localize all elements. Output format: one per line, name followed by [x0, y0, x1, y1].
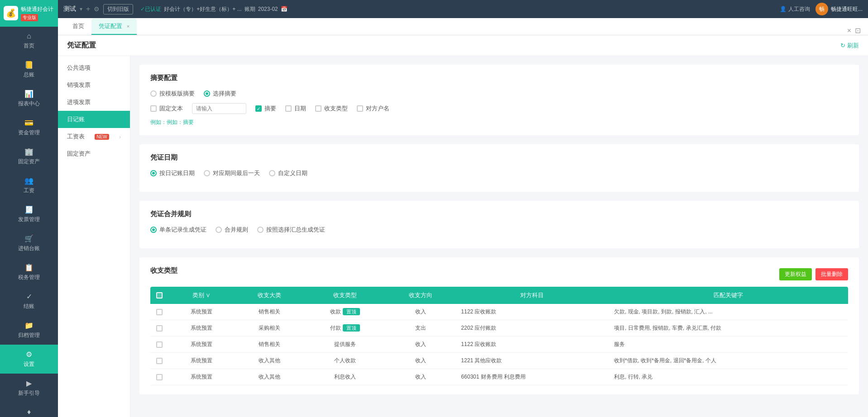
nav-item-public[interactable]: 公共选项: [58, 59, 130, 76]
row-checkbox-1[interactable]: [150, 320, 168, 336]
tab-home[interactable]: 首页: [65, 19, 91, 35]
sidebar-item-salary[interactable]: 👥 工资: [0, 171, 58, 200]
row-check-4[interactable]: [156, 374, 163, 380]
sidebar-item-member[interactable]: ♦ 畅会员: [0, 403, 58, 417]
tab-close-icon[interactable]: ×: [127, 24, 129, 29]
fixed-text-input[interactable]: [192, 103, 246, 114]
topbar-title: 测试: [63, 5, 76, 13]
nav-item-sales[interactable]: 销项发票: [58, 76, 130, 94]
row-check-3[interactable]: [156, 358, 163, 364]
sidebar-item-purchase[interactable]: 🛒 进销台账: [0, 229, 58, 258]
left-nav: 公共选项 销项发票 进项发票 日记账 工资表 NEW › 固定资产: [58, 56, 130, 417]
row-keywords-0: 欠款, 现金, 项目款, 到款, 报销款, 汇入, ...: [609, 304, 848, 320]
sidebar-item-settings[interactable]: ⚙ 设置: [0, 345, 58, 374]
radio-select-summary[interactable]: 选择摘要: [204, 90, 236, 98]
checkbox-summary[interactable]: ✓ 摘要: [255, 104, 276, 113]
asset-icon: 🏢: [24, 147, 34, 156]
sidebar-item-archive[interactable]: 📁 归档管理: [0, 316, 58, 345]
row-type-4: 利息收入: [304, 369, 386, 385]
certified-tag: ✓已认证: [140, 5, 161, 13]
nav-item-journal[interactable]: 日记账: [58, 111, 130, 128]
radio-journal-date[interactable]: 按日记账日期: [150, 169, 195, 177]
row-checkbox-0[interactable]: [150, 304, 168, 320]
select-all-checkbox[interactable]: [156, 292, 163, 299]
ledger-icon: 📒: [24, 61, 34, 69]
custom-date-circle: [269, 170, 275, 176]
sidebar-item-invoice[interactable]: 🧾 发票管理: [0, 200, 58, 229]
row-direction-0: 收入: [386, 304, 456, 320]
radio-custom-date[interactable]: 自定义日期: [269, 169, 307, 177]
edition-tags: 好会计（专）+好生意（标）+ ...: [164, 5, 241, 13]
summary-checkbox: ✓: [255, 105, 262, 112]
summary-radio-group: 按模板版摘要 选择摘要: [150, 90, 848, 98]
checkbox-fixed-text[interactable]: 固定文本: [150, 104, 183, 113]
th-direction: 收支方向: [386, 287, 456, 304]
sidebar-item-fund[interactable]: 💳 资金管理: [0, 113, 58, 142]
user-name: 畅捷通旺旺...: [831, 5, 863, 13]
sidebar-item-close[interactable]: ✓ 结账: [0, 287, 58, 316]
radio-period-last[interactable]: 对应期间最后一天: [204, 169, 260, 177]
row-checkbox-3[interactable]: [150, 353, 168, 369]
nav-item-purchase[interactable]: 进项发票: [58, 94, 130, 111]
row-direction-3: 收入: [386, 353, 456, 369]
new-badge: NEW: [95, 134, 109, 140]
radio-dot-2: [152, 172, 155, 175]
sidebar-item-home[interactable]: ⌂ 首页: [0, 27, 58, 55]
row-check-1[interactable]: [156, 325, 163, 332]
summary-section: 摘要配置 按模板版摘要 选择摘要: [139, 65, 859, 135]
logo-icon: 💰: [4, 6, 18, 20]
sidebar-item-report[interactable]: 📊 报表中心: [0, 84, 58, 113]
date-checkbox: [285, 105, 292, 112]
row-direction-1: 支出: [386, 320, 456, 336]
radio-template-summary[interactable]: 按模板版摘要: [150, 90, 195, 98]
nav-item-fixed-asset[interactable]: 固定资产: [58, 145, 130, 162]
user-menu[interactable]: 畅 畅捷通旺旺...: [815, 3, 863, 15]
row-type-3: 个人收款: [304, 353, 386, 369]
page-title: 凭证配置: [67, 41, 96, 50]
fund-icon: 💳: [24, 118, 34, 127]
counterparty-checkbox: [357, 105, 363, 112]
reset-tag-1[interactable]: 置顶: [343, 324, 360, 332]
th-subject: 对方科目: [456, 287, 609, 304]
checkbox-date[interactable]: 日期: [285, 104, 306, 113]
calendar-icon[interactable]: 📅: [281, 6, 288, 12]
window-maximize-button[interactable]: ⊡: [855, 26, 861, 35]
row-checkbox-2[interactable]: [150, 336, 168, 353]
th-select[interactable]: [150, 287, 168, 304]
tab-voucher-config[interactable]: 凭证配置 ×: [91, 19, 137, 35]
radio-summary-total[interactable]: 按照选择汇总生成凭证: [257, 226, 325, 234]
update-button[interactable]: 更新权益: [779, 268, 812, 280]
batch-delete-button[interactable]: 批量删除: [815, 268, 848, 280]
refresh-button[interactable]: ↻ 刷新: [840, 42, 859, 50]
radio-merge-rules[interactable]: 合并规则: [216, 226, 248, 234]
checkbox-counterparty[interactable]: 对方户名: [357, 104, 389, 113]
radio-select-circle: [204, 90, 210, 97]
topbar-add-icon[interactable]: +: [86, 5, 90, 13]
topbar-dropdown-icon[interactable]: ▾: [80, 6, 82, 12]
row-check-0[interactable]: [156, 309, 163, 315]
expand-icon: ›: [119, 133, 121, 140]
row-checkbox-4[interactable]: [150, 369, 168, 385]
sidebar-item-asset[interactable]: 🏢 固定资产: [0, 142, 58, 171]
content-area: 摘要配置 按模板版摘要 选择摘要: [130, 56, 868, 417]
sidebar-item-tax[interactable]: 📋 税务管理: [0, 258, 58, 287]
switch-version-button[interactable]: 切到旧版: [103, 4, 133, 14]
radio-dot: [206, 92, 208, 95]
row-keywords-3: 收到*借款, 收到*备用金, 退回*备用金, 个人: [609, 353, 848, 369]
merge-radio-group: 单条记录生成凭证 合并规则 按照选择汇总生成凭证: [150, 226, 848, 234]
invoice-icon: 🧾: [24, 205, 34, 214]
checkbox-income-type[interactable]: 收支类型: [315, 104, 348, 113]
reset-tag-0[interactable]: 置顶: [343, 308, 360, 315]
radio-single-record[interactable]: 单条记录生成凭证: [150, 226, 206, 234]
sidebar-item-ledger[interactable]: 📒 总账: [0, 55, 58, 84]
service-button[interactable]: 👤 人工咨询: [780, 5, 810, 13]
sidebar-item-guide[interactable]: ▶ 新手引导: [0, 374, 58, 403]
topbar-gear-icon[interactable]: ⚙: [94, 5, 100, 13]
topbar-right: 👤 人工咨询 畅 畅捷通旺旺...: [780, 3, 863, 15]
window-close-button[interactable]: ×: [847, 27, 851, 35]
row-check-2[interactable]: [156, 341, 163, 348]
nav-item-salary-table[interactable]: 工资表 NEW ›: [58, 128, 130, 145]
row-category-4: 系统预置: [168, 369, 235, 385]
income-table-wrapper: 类别 ∨ 收支大类 收支类型 收支方向 对方科目 匹配关键字 系统预置 销售相关: [150, 287, 848, 385]
row-type-1: 付款 置顶: [304, 320, 386, 336]
